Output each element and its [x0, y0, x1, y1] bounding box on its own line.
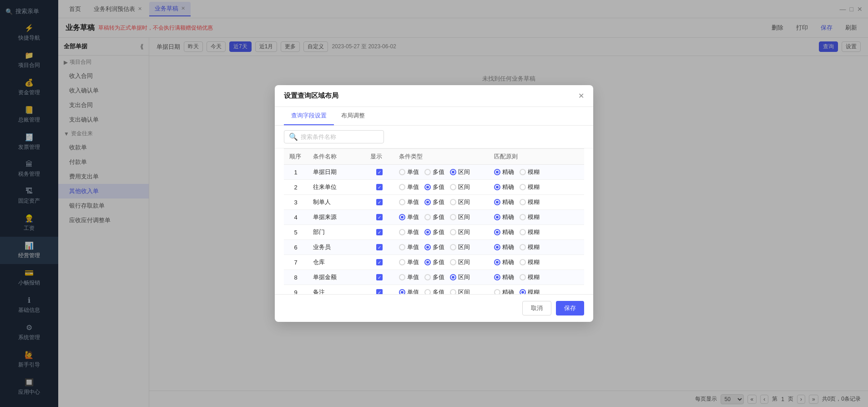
radio-circle [520, 259, 526, 265]
modal-tab-layout[interactable]: 布局调整 [334, 107, 372, 125]
checkbox-checked[interactable]: ✓ [376, 289, 383, 294]
table-row: 2往来单位✓单值多值区间精确模糊 [284, 180, 584, 195]
cell-show[interactable]: ✓ [365, 255, 394, 270]
modal-search-box[interactable]: 🔍 [284, 130, 384, 143]
radio-type-区间[interactable]: 区间 [450, 258, 470, 266]
cell-order: 9 [284, 285, 308, 295]
radio-circle [399, 259, 405, 265]
checkbox-checked[interactable]: ✓ [376, 184, 383, 190]
radio-type-区间[interactable]: 区间 [450, 183, 470, 191]
radio-match-精确[interactable]: 精确 [494, 288, 514, 294]
radio-type-多值[interactable]: 多值 [424, 288, 444, 294]
table-row: 4单据来源✓单值多值区间精确模糊 [284, 210, 584, 225]
cell-name: 单据来源 [308, 210, 365, 225]
cell-show[interactable]: ✓ [365, 225, 394, 240]
radio-type-单值[interactable]: 单值 [399, 213, 419, 221]
radio-type-多值[interactable]: 多值 [424, 198, 444, 206]
radio-circle [424, 184, 431, 190]
cell-name: 业务员 [308, 240, 365, 255]
radio-match-精确[interactable]: 精确 [494, 198, 514, 206]
cell-order: 8 [284, 270, 308, 285]
table-row: 6业务员✓单值多值区间精确模糊 [284, 240, 584, 255]
radio-match-模糊[interactable]: 模糊 [520, 288, 540, 294]
modal-cancel-btn[interactable]: 取消 [522, 301, 551, 315]
radio-type-区间[interactable]: 区间 [450, 168, 470, 176]
radio-type-区间[interactable]: 区间 [450, 273, 470, 281]
radio-type-多值[interactable]: 多值 [424, 273, 444, 281]
table-row: 9备注✓单值多值区间精确模糊 [284, 285, 584, 295]
cell-show[interactable]: ✓ [365, 270, 394, 285]
radio-type-单值[interactable]: 单值 [399, 288, 419, 294]
radio-match-模糊[interactable]: 模糊 [520, 213, 540, 221]
radio-type-多值[interactable]: 多值 [424, 168, 444, 176]
checkbox-checked[interactable]: ✓ [376, 199, 383, 205]
radio-match-精确[interactable]: 精确 [494, 243, 514, 251]
checkbox-checked[interactable]: ✓ [376, 259, 383, 265]
radio-circle [424, 244, 431, 250]
radio-match-模糊[interactable]: 模糊 [520, 168, 540, 176]
cell-show[interactable]: ✓ [365, 165, 394, 180]
cell-name: 单据金额 [308, 270, 365, 285]
radio-circle [494, 184, 500, 190]
cell-show[interactable]: ✓ [365, 195, 394, 210]
checkbox-checked[interactable]: ✓ [376, 274, 383, 280]
radio-match-精确[interactable]: 精确 [494, 228, 514, 236]
checkbox-checked[interactable]: ✓ [376, 229, 383, 235]
radio-circle [399, 289, 405, 294]
cell-show[interactable]: ✓ [365, 240, 394, 255]
modal-save-btn[interactable]: 保存 [556, 301, 584, 315]
radio-circle [520, 274, 526, 280]
radio-type-区间[interactable]: 区间 [450, 288, 470, 294]
radio-type-单值[interactable]: 单值 [399, 198, 419, 206]
modal-tab-field-settings[interactable]: 查询字段设置 [284, 107, 334, 125]
radio-type-区间[interactable]: 区间 [450, 228, 470, 236]
radio-circle [520, 244, 526, 250]
radio-type-多值[interactable]: 多值 [424, 213, 444, 221]
radio-type-多值[interactable]: 多值 [424, 258, 444, 266]
radio-type-多值[interactable]: 多值 [424, 228, 444, 236]
radio-match-精确[interactable]: 精确 [494, 213, 514, 221]
radio-match-模糊[interactable]: 模糊 [520, 258, 540, 266]
radio-match-模糊[interactable]: 模糊 [520, 198, 540, 206]
cell-match: 精确模糊 [489, 195, 584, 210]
radio-match-精确[interactable]: 精确 [494, 273, 514, 281]
radio-type-单值[interactable]: 单值 [399, 168, 419, 176]
radio-match-精确[interactable]: 精确 [494, 183, 514, 191]
radio-circle [450, 169, 456, 175]
radio-circle [399, 199, 405, 205]
radio-match-模糊[interactable]: 模糊 [520, 243, 540, 251]
modal-search-input[interactable] [301, 133, 379, 140]
checkbox-checked[interactable]: ✓ [376, 169, 383, 175]
radio-match-精确[interactable]: 精确 [494, 168, 514, 176]
radio-type-多值[interactable]: 多值 [424, 243, 444, 251]
radio-type-多值[interactable]: 多值 [424, 183, 444, 191]
radio-match-模糊[interactable]: 模糊 [520, 273, 540, 281]
radio-type-单值[interactable]: 单值 [399, 258, 419, 266]
cell-type: 单值多值区间 [394, 285, 489, 295]
radio-type-单值[interactable]: 单值 [399, 183, 419, 191]
cell-show[interactable]: ✓ [365, 210, 394, 225]
radio-type-单值[interactable]: 单值 [399, 228, 419, 236]
radio-type-区间[interactable]: 区间 [450, 198, 470, 206]
cell-show[interactable]: ✓ [365, 285, 394, 295]
radio-match-模糊[interactable]: 模糊 [520, 183, 540, 191]
modal-close-btn[interactable]: ✕ [578, 92, 584, 100]
modal-search-area: 🔍 [275, 126, 593, 148]
radio-circle [494, 214, 500, 220]
radio-match-模糊[interactable]: 模糊 [520, 228, 540, 236]
radio-circle [450, 259, 456, 265]
cell-match: 精确模糊 [489, 285, 584, 295]
settings-modal: 设置查询区域布局 ✕ 查询字段设置 布局调整 🔍 顺序 [275, 85, 593, 322]
radio-circle [424, 169, 431, 175]
radio-type-单值[interactable]: 单值 [399, 273, 419, 281]
radio-match-精确[interactable]: 精确 [494, 258, 514, 266]
cell-show[interactable]: ✓ [365, 180, 394, 195]
radio-type-单值[interactable]: 单值 [399, 243, 419, 251]
radio-circle [424, 199, 431, 205]
radio-type-区间[interactable]: 区间 [450, 213, 470, 221]
checkbox-checked[interactable]: ✓ [376, 214, 383, 220]
th-order: 顺序 [284, 149, 308, 165]
radio-type-区间[interactable]: 区间 [450, 243, 470, 251]
modal-footer: 取消 保存 [275, 294, 593, 322]
checkbox-checked[interactable]: ✓ [376, 244, 383, 250]
